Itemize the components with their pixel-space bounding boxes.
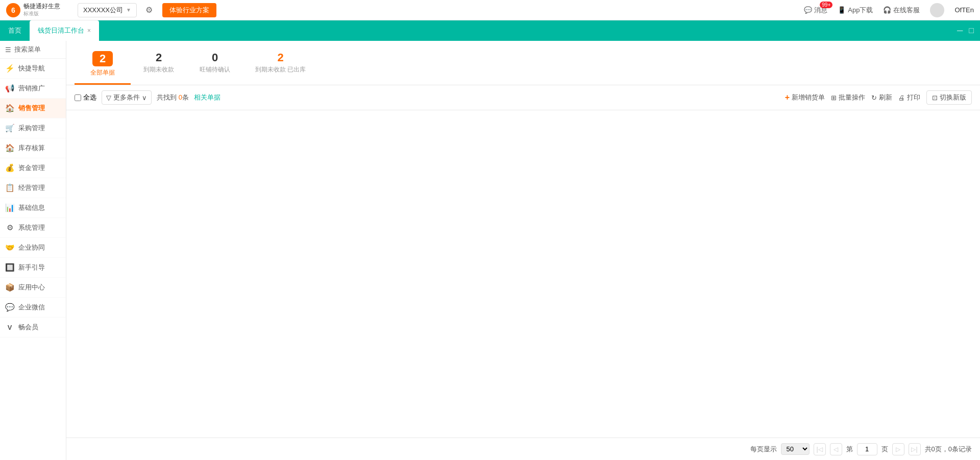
sidebar-item-app-center[interactable]: 📦 应用中心 (0, 278, 66, 298)
header-right: 💬 消息 99+ 📱 App下载 🎧 在线客服 OfTEn (804, 3, 974, 17)
company-name: XXXXXX公司 (83, 6, 123, 15)
sidebar-item-label-wechat: 企业微信 (18, 303, 45, 312)
stat-label-outbound: 到期未收款 已出库 (255, 65, 306, 74)
search-menu-button[interactable]: ☰ 搜索菜单 (0, 41, 66, 59)
stat-tab-overdue[interactable]: 2 到期未收款 (131, 47, 187, 85)
headset-icon: 🎧 (883, 6, 891, 14)
stats-tabs: 2 全部单据 2 到期未收款 0 旺铺待确认 2 到期未收款 已出库 (66, 41, 980, 85)
pagination-bar: 每页显示 50 100 200 |◁ ◁ 第 页 ▷ ▷| 共0页，0条记录 (66, 438, 980, 460)
tab-active[interactable]: 钱货日清工作台 × (30, 20, 99, 41)
batch-operation-button[interactable]: ⊞ 批量操作 (831, 93, 865, 102)
trial-button[interactable]: 体验行业方案 (162, 3, 216, 17)
sidebar-item-operation[interactable]: 📋 经营管理 (0, 178, 66, 198)
close-tab-icon[interactable]: × (87, 27, 91, 34)
nav-tabs-bar: 首页 钱货日清工作台 × ─ □ (0, 20, 980, 41)
online-service-button[interactable]: 🎧 在线客服 (883, 6, 920, 15)
home-tab-label: 首页 (8, 26, 21, 35)
main-layout: ☰ 搜索菜单 ⚡ 快捷导航 📢 营销推广 🏠 销售管理 🛒 采购管理 🏠 库存核… (0, 41, 980, 460)
sidebar-item-label-quick-nav: 快捷导航 (18, 64, 45, 73)
sidebar-item-purchase[interactable]: 🛒 采购管理 (0, 118, 66, 138)
print-button[interactable]: 🖨 打印 (898, 93, 920, 102)
current-page-input[interactable] (857, 443, 877, 455)
logo-tag: 标准版 (23, 10, 60, 17)
select-all-checkbox[interactable]: 全选 (75, 93, 96, 102)
batch-label: 批量操作 (839, 93, 865, 102)
dropdown-arrow-icon: ▼ (126, 7, 131, 13)
stat-count-pending: 0 (212, 51, 218, 64)
print-icon: 🖨 (898, 94, 905, 102)
stat-tab-pending[interactable]: 0 旺铺待确认 (187, 47, 243, 85)
sidebar-item-label-operation: 经营管理 (18, 183, 45, 192)
message-badge: 99+ (820, 2, 832, 8)
wechat-icon: 💬 (5, 303, 14, 312)
sidebar-item-label-inventory: 库存核算 (18, 143, 45, 153)
sidebar-item-cooperation[interactable]: 🤝 企业协同 (0, 238, 66, 258)
switch-version-button[interactable]: ⊡ 切换新版 (926, 90, 972, 105)
avatar[interactable] (930, 3, 944, 17)
stat-count-all: 2 (92, 51, 113, 66)
stat-label-overdue: 到期未收款 (143, 65, 174, 74)
stat-count-overdue: 2 (156, 51, 162, 64)
active-tab-label: 钱货日清工作台 (38, 26, 84, 35)
sidebar-item-guide[interactable]: 🔲 新手引导 (0, 258, 66, 278)
finance-icon: 💰 (5, 163, 14, 173)
switch-label: 切换新版 (940, 93, 966, 102)
filter-button[interactable]: ▽ 更多条件 ∨ (102, 90, 152, 105)
online-service-label: 在线客服 (893, 6, 920, 15)
logo-text: 畅捷通好生意 (23, 3, 60, 11)
next-page-button[interactable]: ▷ (892, 443, 904, 455)
top-header: 6 畅捷通好生意 标准版 XXXXXX公司 ▼ ⚙ 体验行业方案 💬 消息 99… (0, 0, 980, 20)
refresh-icon: ↻ (871, 94, 877, 102)
app-download-button[interactable]: 📱 App下载 (838, 6, 873, 15)
marketing-icon: 📢 (5, 84, 14, 93)
sidebar-item-label-app-center: 应用中心 (18, 283, 45, 292)
sidebar-item-label-cooperation: 企业协同 (18, 243, 45, 252)
sidebar-item-marketing[interactable]: 📢 营销推广 (0, 79, 66, 99)
per-page-select[interactable]: 50 100 200 (781, 443, 810, 455)
page-label-ye: 页 (881, 445, 888, 454)
nav-tab-actions: ─ □ (955, 24, 980, 37)
logo-area: 6 畅捷通好生意 标准版 (6, 3, 72, 18)
operation-icon: 📋 (5, 183, 14, 192)
message-button[interactable]: 💬 消息 99+ (804, 6, 827, 15)
sidebar-item-finance[interactable]: 💰 资金管理 (0, 158, 66, 178)
sidebar-item-sales[interactable]: 🏠 销售管理 (0, 99, 66, 118)
refresh-label: 刷新 (879, 93, 892, 102)
sidebar-item-inventory[interactable]: 🏠 库存核算 (0, 138, 66, 158)
app-center-icon: 📦 (5, 283, 14, 292)
search-menu-label: 搜索菜单 (14, 45, 41, 54)
related-orders-link[interactable]: 相关单据 (194, 93, 220, 102)
filter-arrow-icon: ∨ (142, 94, 147, 102)
basic-info-icon: 📊 (5, 203, 14, 212)
sidebar-item-quick-nav[interactable]: ⚡ 快捷导航 (0, 59, 66, 79)
stat-label-all: 全部单据 (90, 68, 115, 77)
found-count-number: 0 (179, 93, 182, 101)
maximize-window-icon[interactable]: □ (967, 24, 976, 37)
sidebar-item-label-marketing: 营销推广 (18, 84, 45, 93)
first-page-button[interactable]: |◁ (814, 443, 826, 455)
found-count-text: 共找到 0条 (157, 93, 189, 102)
stat-tab-outbound[interactable]: 2 到期未收款 已出库 (243, 47, 318, 85)
per-page-label: 每页显示 (750, 445, 777, 454)
sidebar-item-member[interactable]: V 畅会员 (0, 318, 66, 337)
batch-icon: ⊞ (831, 94, 837, 102)
sidebar-item-system[interactable]: ⚙ 系统管理 (0, 218, 66, 238)
select-all-label: 全选 (83, 93, 96, 102)
refresh-button[interactable]: ↻ 刷新 (871, 93, 892, 102)
last-page-button[interactable]: ▷| (909, 443, 921, 455)
tab-home[interactable]: 首页 (0, 20, 30, 41)
sidebar-item-label-basic-info: 基础信息 (18, 203, 45, 212)
toolbar-left: 全选 ▽ 更多条件 ∨ 共找到 0条 相关单据 (75, 90, 779, 105)
settings-button[interactable]: ⚙ (142, 3, 156, 17)
quick-nav-icon: ⚡ (5, 64, 14, 73)
sidebar-item-wechat[interactable]: 💬 企业微信 (0, 298, 66, 318)
sidebar-item-basic-info[interactable]: 📊 基础信息 (0, 198, 66, 218)
add-sales-order-button[interactable]: + 新增销货单 (785, 93, 825, 102)
logo-text-area: 畅捷通好生意 标准版 (23, 3, 60, 18)
purchase-icon: 🛒 (5, 124, 14, 133)
select-all-input[interactable] (75, 94, 81, 101)
company-selector[interactable]: XXXXXX公司 ▼ (78, 3, 137, 17)
stat-tab-all[interactable]: 2 全部单据 (75, 47, 131, 85)
minimize-window-icon[interactable]: ─ (955, 24, 965, 37)
prev-page-button[interactable]: ◁ (830, 443, 842, 455)
